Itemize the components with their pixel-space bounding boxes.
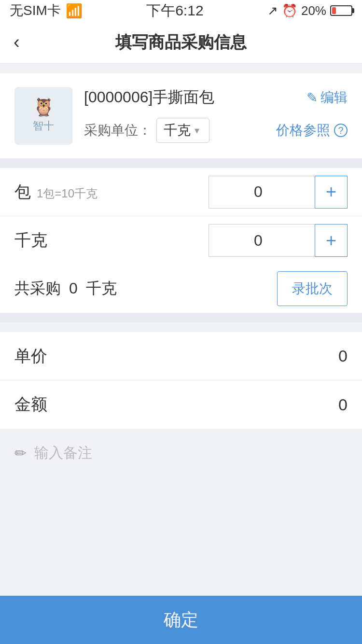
carrier-label: 无SIM卡 [10, 1, 61, 20]
summary-row: 共采购 0 千克 录批次 [0, 265, 362, 313]
batch-button[interactable]: 录批次 [277, 271, 348, 306]
nav-bar: ‹ 填写商品采购信息 [0, 21, 362, 64]
summary-prefix: 共采购 [14, 280, 61, 297]
bag-plus-button[interactable]: + [315, 176, 348, 209]
purchase-unit-label: 采购单位： [84, 121, 152, 140]
status-left: 无SIM卡 📶 [10, 1, 83, 20]
kg-quantity-input[interactable] [209, 224, 315, 257]
product-thumbnail: 🦉 智十 [14, 87, 72, 145]
bag-input-row: 包 1包=10千克 + [0, 168, 362, 216]
kg-input-group: + [209, 224, 348, 257]
bag-label: 包 1包=10千克 [14, 181, 97, 203]
status-time: 下午6:12 [146, 1, 203, 21]
price-ref-label: 价格参照 [276, 121, 330, 140]
remark-placeholder: 输入备注 [34, 443, 92, 463]
location-icon: ↗ [267, 3, 278, 18]
unit-select[interactable]: 千克 ▾ [156, 118, 209, 143]
thumb-brand: 智十 [33, 119, 54, 133]
unit-price-label: 单价 [14, 345, 47, 367]
input-section: 包 1包=10千克 + 千克 + [0, 168, 362, 265]
section-divider-1 [0, 158, 362, 168]
battery-percent: 20% [301, 3, 326, 18]
kg-input-row: 千克 + [0, 216, 362, 265]
bag-sublabel: 1包=10千克 [37, 186, 97, 201]
edit-label: 编辑 [320, 88, 348, 107]
edit-button[interactable]: ✎ 编辑 [306, 88, 348, 107]
bag-label-text: 包 [14, 181, 31, 203]
summary-text: 共采购 0 千克 [14, 278, 117, 299]
battery-icon [330, 5, 352, 16]
product-card: 🦉 智十 [0000006]手撕面包 ✎ 编辑 采购单位： 千克 ▾ 价格参照 … [0, 73, 362, 158]
alarm-icon: ⏰ [282, 3, 297, 18]
product-name: [0000006]手撕面包 [84, 87, 214, 108]
bag-input-group: + [209, 176, 348, 209]
pencil-icon: ✏ [14, 445, 27, 462]
back-button[interactable]: ‹ [14, 32, 20, 53]
wifi-icon: 📶 [66, 3, 83, 19]
thumb-icon: 🦉 [33, 98, 55, 116]
confirm-button[interactable]: 确定 [0, 596, 362, 644]
section-divider-2 [0, 313, 362, 322]
product-name-row: [0000006]手撕面包 ✎ 编辑 [84, 87, 348, 108]
unit-dropdown-icon: ▾ [195, 125, 199, 136]
edit-icon: ✎ [306, 90, 318, 106]
amount-label: 金额 [14, 393, 47, 416]
kg-label-text: 千克 [14, 229, 47, 252]
status-bar: 无SIM卡 📶 下午6:12 ↗ ⏰ 20% [0, 0, 362, 21]
remark-section[interactable]: ✏ 输入备注 [0, 429, 362, 477]
product-info: [0000006]手撕面包 ✎ 编辑 采购单位： 千克 ▾ 价格参照 ? [84, 87, 348, 143]
summary-value: 0 [69, 280, 78, 297]
price-section: 单价 0 金额 0 [0, 332, 362, 429]
bag-quantity-input[interactable] [209, 176, 315, 209]
status-right: ↗ ⏰ 20% [267, 3, 352, 18]
unit-price-row: 单价 0 [0, 332, 362, 380]
unit-price-value: 0 [338, 347, 348, 365]
amount-value: 0 [338, 395, 348, 414]
purchase-unit-row: 采购单位： 千克 ▾ 价格参照 ? [84, 118, 348, 143]
page-title: 填写商品采购信息 [115, 31, 247, 54]
kg-plus-button[interactable]: + [315, 224, 348, 257]
amount-row: 金额 0 [0, 380, 362, 429]
price-ref-button[interactable]: 价格参照 ? [276, 121, 348, 140]
price-ref-icon: ? [334, 124, 348, 137]
summary-unit: 千克 [86, 280, 117, 297]
kg-label: 千克 [14, 229, 47, 252]
unit-value: 千克 [164, 121, 191, 140]
